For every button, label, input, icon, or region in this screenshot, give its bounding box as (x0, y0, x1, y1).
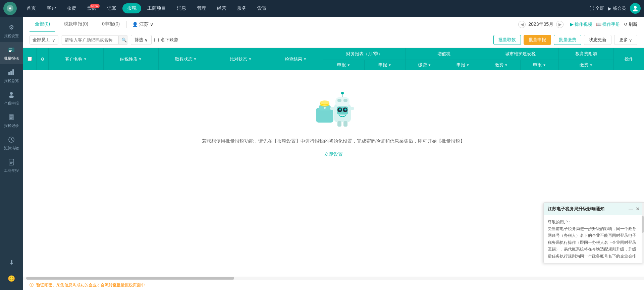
th-urban-construction: 城市维护建设税 (482, 48, 558, 60)
sidebar-item-tax-settings[interactable]: ⚙ 报税设置 (0, 19, 23, 42)
status-update-btn[interactable]: 状态更新 (584, 35, 611, 45)
batch-declare-btn[interactable]: 批量申报 (524, 35, 551, 45)
svg-rect-5 (9, 50, 12, 51)
vat-declare-filter-icon[interactable]: ▼ (388, 63, 391, 67)
operation-video-btn[interactable]: ▶ 操作视频 (570, 21, 592, 27)
tab-right-actions: ▶ 操作视频 📖 操作手册 ↺ 刷新 (570, 21, 637, 27)
nav-accounting[interactable]: 记账 (102, 3, 121, 13)
sidebar-item-annual-report[interactable]: 工商年报 (0, 154, 23, 176)
horizontal-scrollbar[interactable] (23, 277, 644, 280)
batch-fetch-btn[interactable]: 批量取数 (493, 35, 521, 45)
tab-divider-1 (57, 21, 57, 28)
search-button[interactable]: 🔍 (118, 36, 128, 44)
edu-pay-filter-icon[interactable]: ▼ (589, 63, 593, 67)
personal-tax-icon (7, 90, 16, 99)
urban-declare-filter-icon[interactable]: ▼ (466, 63, 470, 67)
svg-rect-20 (10, 163, 12, 164)
search-input[interactable] (61, 36, 118, 44)
sidebar-item-batch-tax[interactable]: 批量报税 (0, 42, 23, 64)
empty-message: 若您想使用批量报税功能，请先在【报税设置】中进行报税的初始化设置，完成密码验证和… (202, 137, 465, 145)
setup-link[interactable]: 立即设置 (324, 151, 343, 157)
svg-rect-34 (335, 97, 350, 106)
th-urban-pay: 缴费 ▼ (482, 60, 520, 70)
compare-filter-icon[interactable]: ▼ (248, 57, 252, 61)
nav-settings[interactable]: 设置 (253, 3, 271, 13)
sub-account-checkbox[interactable] (154, 38, 159, 42)
filter-label: 筛选 (135, 37, 143, 43)
select-all-checkbox[interactable] (28, 57, 32, 61)
sidebar-user[interactable]: 😊 (5, 271, 17, 287)
nav-billing[interactable]: 收费 (62, 3, 81, 13)
check-filter-icon[interactable]: ▼ (303, 57, 307, 61)
more-btn[interactable]: 更多 ∨ (614, 35, 637, 45)
sidebar-item-settlement[interactable]: 汇算清缴 (0, 132, 23, 154)
operation-manual-btn[interactable]: 📖 操作手册 (596, 21, 620, 27)
tax-overview-icon (7, 68, 16, 77)
robot-illustration (310, 90, 357, 131)
tab-zero-declaration[interactable]: 0申报(0) (97, 17, 125, 32)
svg-rect-39 (330, 107, 335, 110)
settings-icon[interactable]: ⚙ (41, 57, 45, 62)
sidebar-download[interactable]: ⬇ (5, 255, 17, 271)
notif-scrollbar-track (642, 203, 644, 263)
svg-point-10 (10, 92, 13, 95)
nav-manage[interactable]: 管理 (192, 3, 211, 13)
new-badge: NEW (90, 4, 100, 8)
notif-scrollbar-thumb[interactable] (642, 216, 644, 233)
tab-divider-2 (95, 21, 95, 28)
toolbar-right: 批量取数 批量申报 批量缴费 状态更新 更多 ∨ (493, 35, 637, 45)
notification-close-btn[interactable]: ✕ (636, 206, 640, 212)
nav-business[interactable]: 工商项目 (143, 3, 171, 13)
notification-content: 尊敬的用户： 受当前电子税务局进一步升级的影响，同一个政务网账号（办税人）名下的… (548, 219, 640, 260)
urban-pay-filter-icon[interactable]: ▼ (504, 63, 508, 67)
svg-rect-14 (10, 117, 13, 118)
nav-operation[interactable]: 经营 (212, 3, 231, 13)
more-chevron-icon: ∨ (629, 38, 632, 43)
employee-selector[interactable]: 全部员工 ∨ (30, 35, 58, 45)
nav-tax[interactable]: 报税 (122, 3, 141, 13)
filter-button[interactable]: 筛选 ∨ (131, 35, 152, 45)
province-selector[interactable]: 👤 江苏 ∨ (128, 21, 157, 27)
th-settings: ⚙ (37, 48, 49, 70)
fetch-status-filter-icon[interactable]: ▼ (194, 57, 197, 61)
batch-pay-btn[interactable]: 批量缴费 (554, 35, 581, 45)
user-avatar[interactable] (630, 3, 641, 14)
th-vat-pay: 缴费 ▼ (406, 60, 444, 70)
th-check-result: 检查结果 ▼ (268, 48, 323, 70)
next-month-btn[interactable]: ▶ (556, 21, 564, 28)
sidebar-item-tax-records[interactable]: 报税记录 (0, 109, 23, 132)
nav-customer[interactable]: 客户 (42, 3, 61, 13)
nav-items: 首页 客户 收费 票据 NEW 记账 报税 工商项目 消息 管理 经营 服务 设… (22, 3, 590, 13)
svg-point-2 (633, 9, 638, 11)
scrollbar-thumb[interactable] (26, 277, 234, 280)
refresh-btn[interactable]: ↺ 刷新 (624, 21, 637, 27)
nav-service[interactable]: 服务 (232, 3, 251, 13)
nav-invoice[interactable]: 票据 NEW (82, 3, 101, 13)
user-icon: 😊 (7, 274, 16, 283)
svg-point-38 (341, 92, 344, 94)
tab-all[interactable]: 全部(0) (30, 17, 55, 32)
toolbar: 全部员工 ∨ 🔍 筛选 ∨ 名下账套 批量取数 批量申报 批量缴费 状态更新 (23, 32, 644, 48)
sidebar: ⚙ 报税设置 批量报税 报税总览 (0, 17, 23, 290)
table-header-row: ⚙ 客户名称 ▼ 纳税性质 ▼ (23, 48, 644, 60)
th-compare-status: 比对状态 ▼ (213, 48, 268, 70)
nav-message[interactable]: 消息 (172, 3, 191, 13)
fin-declare-filter-icon[interactable]: ▼ (347, 63, 350, 67)
notif-minimize-btn[interactable]: — (629, 206, 633, 211)
customer-filter-icon[interactable]: ▼ (84, 57, 87, 61)
tax-nature-filter-icon[interactable]: ▼ (139, 57, 142, 61)
vip-btn[interactable]: ▶ 畅会员 (608, 5, 626, 11)
nav-right: ⛶ 全屏 ▶ 畅会员 (590, 3, 641, 14)
svg-point-23 (324, 107, 326, 109)
nav-home[interactable]: 首页 (22, 3, 41, 13)
fullscreen-btn[interactable]: ⛶ 全屏 (590, 5, 604, 11)
th-operation: 操作 (614, 48, 644, 70)
prev-month-btn[interactable]: ◀ (518, 21, 526, 28)
sub-account-checkbox-label[interactable]: 名下账套 (154, 37, 178, 43)
sidebar-item-tax-overview[interactable]: 报税总览 (0, 64, 23, 87)
sidebar-item-personal-tax[interactable]: 个税申报 (0, 87, 23, 109)
vat-pay-filter-icon[interactable]: ▼ (428, 63, 431, 67)
tab-tax-declaration[interactable]: 税款申报(0) (58, 17, 94, 32)
chevron-down-icon: ∨ (150, 22, 153, 27)
edu-declare-filter-icon[interactable]: ▼ (543, 63, 546, 67)
